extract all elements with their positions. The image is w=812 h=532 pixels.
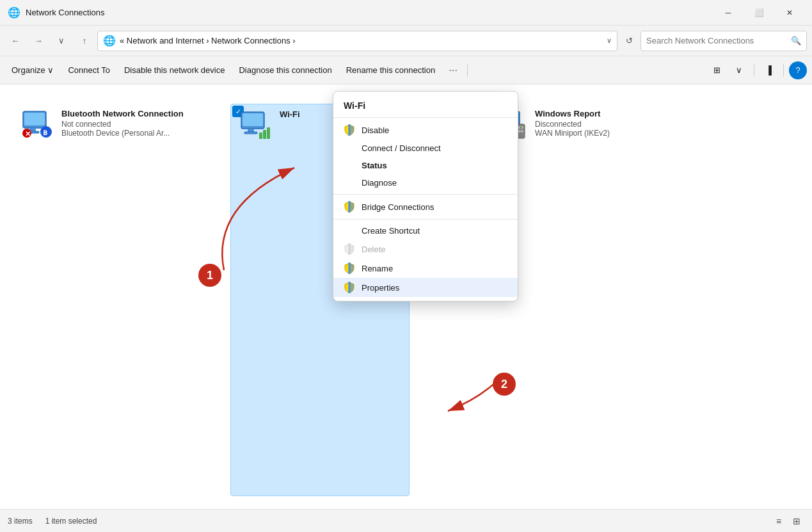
ctx-diagnose-label: Diagnose — [362, 178, 397, 188]
svg-rect-10 — [248, 129, 254, 132]
content-area: ✕ ʙ Bluetooth Network Connection Not con… — [0, 85, 812, 509]
search-icon[interactable]: 🔍 — [791, 36, 801, 45]
svg-rect-9 — [243, 113, 263, 126]
title-bar-controls: ─ ⬜ ✕ — [713, 3, 804, 23]
network-item-bluetooth[interactable]: ✕ ʙ Bluetooth Network Connection Not con… — [13, 104, 192, 496]
shield-icon-rename — [344, 262, 355, 274]
organize-button[interactable]: Organize ∨ — [5, 59, 60, 82]
shield-icon-properties — [344, 282, 355, 293]
ctx-connect-disconnect[interactable]: Connect / Disconnect — [333, 140, 518, 157]
bluetooth-device: Bluetooth Device (Personal Ar... — [61, 129, 184, 138]
svg-point-23 — [520, 131, 522, 133]
svg-rect-14 — [267, 127, 270, 139]
windows-report-status: Disconnected — [535, 120, 610, 129]
ctx-disable[interactable]: Disable — [333, 120, 518, 140]
ctx-disable-label: Disable — [362, 125, 389, 135]
windows-report-info: Windows Report Disconnected WAN Miniport… — [535, 109, 610, 138]
svg-rect-12 — [259, 133, 262, 139]
forward-button[interactable]: → — [28, 31, 49, 51]
bluetooth-network-icon: ✕ ʙ — [20, 109, 54, 142]
windows-report-name: Windows Report — [535, 109, 610, 118]
ctx-rename[interactable]: Rename — [333, 259, 518, 278]
toolbar: Organize ∨ Connect To Disable this netwo… — [0, 56, 812, 85]
ctx-bridge-label: Bridge Connections — [362, 202, 434, 212]
grid-view-button[interactable]: ⊞ — [789, 513, 804, 529]
window-icon: 🌐 — [8, 6, 20, 19]
close-button[interactable]: ✕ — [775, 3, 804, 23]
connect-to-button[interactable]: Connect To — [61, 59, 116, 82]
ctx-delete-label: Delete — [362, 245, 386, 254]
svg-text:ʙ: ʙ — [43, 128, 47, 137]
shield-icon-delete — [344, 243, 355, 255]
items-count: 3 items — [8, 517, 33, 526]
selected-count: 1 item selected — [45, 517, 97, 526]
layout-button[interactable]: ⊞ — [707, 59, 727, 82]
diagnose-button[interactable]: Diagnose this connection — [232, 59, 338, 82]
ctx-separator-2 — [333, 219, 518, 220]
context-menu: Wi-Fi Disable Connect / Disconnect Statu… — [333, 91, 518, 302]
bluetooth-name: Bluetooth Network Connection — [61, 109, 184, 118]
search-input[interactable] — [646, 36, 791, 45]
svg-rect-1 — [24, 113, 45, 125]
help-button[interactable]: ? — [789, 61, 807, 79]
recent-button[interactable]: ∨ — [51, 31, 72, 51]
maximize-button[interactable]: ⬜ — [744, 3, 774, 23]
toolbar-separator — [467, 64, 468, 77]
ctx-shortcut-label: Create Shortcut — [362, 226, 420, 236]
svg-rect-13 — [263, 130, 266, 139]
address-text: « Network and Internet › Network Connect… — [120, 36, 603, 45]
status-info: 3 items 1 item selected — [8, 517, 97, 526]
wifi-info: Wi-Fi — [280, 109, 300, 120]
ctx-create-shortcut[interactable]: Create Shortcut — [333, 222, 518, 239]
rename-button[interactable]: Rename this connection — [340, 59, 442, 82]
step-2-badge: 2 — [493, 373, 516, 396]
window-title: Network Connections — [26, 8, 105, 17]
wifi-name: Wi-Fi — [280, 109, 300, 119]
bluetooth-info: Bluetooth Network Connection Not connect… — [61, 109, 184, 138]
layout-expand-button[interactable]: ∨ — [729, 59, 749, 82]
address-bar[interactable]: 🌐 « Network and Internet › Network Conne… — [97, 31, 617, 51]
toolbar-separator-3 — [783, 64, 784, 77]
shield-icon-bridge — [344, 201, 355, 213]
pane-button[interactable]: ▐ — [760, 59, 778, 82]
ctx-separator-1 — [333, 194, 518, 195]
ctx-status[interactable]: Status — [333, 157, 518, 174]
context-menu-title: Wi-Fi — [333, 95, 518, 118]
ctx-bridge-connections[interactable]: Bridge Connections — [333, 197, 518, 216]
address-chevron-icon[interactable]: ∨ — [607, 36, 612, 45]
svg-text:✕: ✕ — [25, 130, 31, 138]
bluetooth-icon-wrap: ✕ ʙ — [20, 109, 54, 142]
up-button[interactable]: ↑ — [74, 31, 95, 51]
shield-icon-disable — [344, 124, 355, 136]
address-icon: 🌐 — [103, 35, 116, 47]
svg-point-22 — [520, 127, 522, 129]
search-bar: 🔍 — [641, 31, 807, 51]
view-buttons: ≡ ⊞ — [771, 513, 804, 529]
ctx-delete: Delete — [333, 239, 518, 259]
title-bar: 🌐 Network Connections ─ ⬜ ✕ — [0, 0, 812, 26]
more-options-button[interactable]: ··· — [443, 60, 463, 81]
status-bar: 3 items 1 item selected ≡ ⊞ — [0, 509, 812, 532]
ctx-status-label: Status — [362, 161, 387, 170]
back-button[interactable]: ← — [5, 31, 26, 51]
bluetooth-status: Not connected — [61, 120, 184, 129]
ctx-properties-label: Properties — [362, 283, 399, 293]
navigation-bar: ← → ∨ ↑ 🌐 « Network and Internet › Netwo… — [0, 26, 812, 56]
ctx-properties[interactable]: Properties — [333, 278, 518, 297]
step-1-badge: 1 — [198, 264, 221, 287]
windows-report-device: WAN Miniport (IKEv2) — [535, 129, 610, 138]
list-view-button[interactable]: ≡ — [771, 513, 786, 529]
ctx-diagnose[interactable]: Diagnose — [333, 174, 518, 191]
toolbar-separator-2 — [754, 64, 754, 77]
svg-rect-11 — [244, 132, 257, 134]
wifi-icon-wrap — [239, 109, 272, 143]
disable-button[interactable]: Disable this network device — [118, 59, 232, 82]
minimize-button[interactable]: ─ — [713, 3, 743, 23]
refresh-button[interactable]: ↺ — [620, 32, 638, 50]
ctx-rename-label: Rename — [362, 264, 393, 273]
wifi-network-icon — [239, 109, 272, 143]
ctx-connect-label: Connect / Disconnect — [362, 143, 441, 153]
